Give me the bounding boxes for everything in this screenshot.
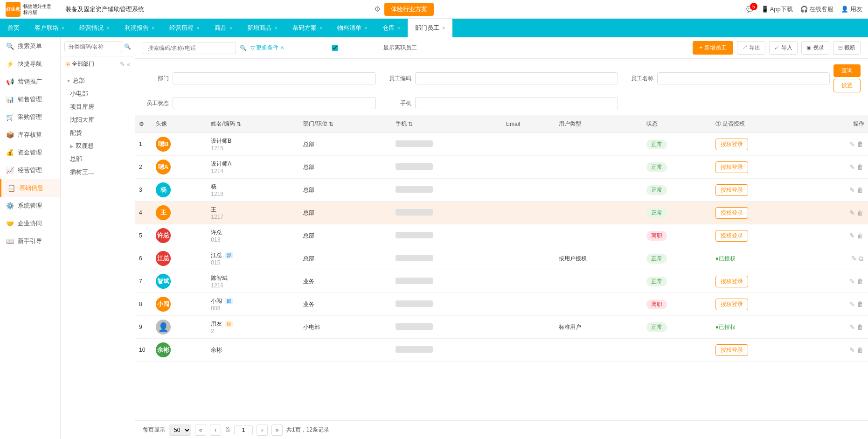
row-ops-10: ✎🗑 [811,339,868,362]
import-button[interactable]: ↙ 导入 [769,41,798,55]
query-button[interactable]: 查询 [833,64,861,77]
row-email-9 [502,316,555,339]
auth-btn-1[interactable]: 授权登录 [715,139,748,150]
sidebar-item-sales[interactable]: 📊 销售管理 [0,91,60,108]
delete-btn-8[interactable]: 🗑 [857,300,863,308]
edit-btn-2[interactable]: ✎ [849,163,855,171]
dept-node-xiaodiande[interactable]: 小电部 [61,87,135,100]
sidebar-item-inventory[interactable]: 📦 库存核算 [0,126,60,144]
tab-home[interactable]: 首页 [0,19,27,37]
row-no-9: 9 [135,316,152,339]
edit-btn-1[interactable]: ✎ [849,140,855,148]
edit-btn-8[interactable]: ✎ [849,300,855,308]
show-resigned-checkbox[interactable] [288,45,382,51]
delete-btn-10[interactable]: 🗑 [857,346,863,354]
view-button[interactable]: ◉ 视录 [801,41,829,55]
sidebar-item-basic[interactable]: 📋 基础信息 [0,179,60,197]
message-icon-wrap[interactable]: 💬 5 [746,6,754,13]
edit-btn-5[interactable]: ✎ [849,232,855,239]
phone-input[interactable] [415,97,618,109]
search-input[interactable] [143,42,236,54]
dept-node-zongbu-parent[interactable]: ▼ 总部 [61,74,135,87]
edit-btn-10[interactable]: ✎ [849,346,855,354]
delete-btn-9[interactable]: 🗑 [857,323,863,331]
auth-btn-7[interactable]: 授权登录 [715,276,748,287]
sidebar-item-system[interactable]: ⚙️ 系统管理 [0,197,60,215]
sidebar-item-collab[interactable]: 🤝 企业协同 [0,215,60,232]
last-page-btn[interactable]: » [271,425,283,436]
dept-search-input[interactable] [64,41,122,52]
th-settings[interactable]: ⚙ [135,115,152,133]
delete-btn-7[interactable]: 🗑 [857,278,863,285]
sidebar-item-guide[interactable]: 📖 新手引导 [0,232,60,250]
print-button[interactable]: ⊟ 截断 [833,41,861,55]
tab-profit[interactable]: 利润报告 × [117,19,162,37]
online-service-link[interactable]: 🎧 在线客服 [800,5,834,14]
tab-operation[interactable]: 经营情况 × [72,19,117,37]
sidebar-item-marketing[interactable]: 📢 营销推广 [0,73,60,91]
export-button[interactable]: ↗ 导出 [737,41,765,55]
set-button[interactable]: 设置 [833,79,861,92]
page-input[interactable] [234,425,253,435]
delete-btn-1[interactable]: 🗑 [857,140,863,148]
delete-btn-5[interactable]: 🗑 [857,232,863,239]
auth-btn-2[interactable]: 授权登录 [715,161,748,173]
trial-button[interactable]: 体验行业方案 [384,3,434,16]
more-conditions-link[interactable]: ▽ 更多条件 ∧ [250,44,285,52]
th-phone[interactable]: 手机 ⇅ [392,115,502,133]
auth-btn-8[interactable]: 授权登录 [715,299,748,310]
edit-btn-4[interactable]: ✎ [849,209,855,216]
row-phone-1 [392,133,502,156]
copy-btn-6[interactable]: ⧉ [859,255,863,262]
dept-node-chashuwang[interactable]: 插树王二 [61,166,135,179]
dept-collapse-icon[interactable]: « [127,61,130,68]
prev-page-btn[interactable]: ‹ [210,425,221,436]
dept-filter-select[interactable] [173,72,376,84]
dept-node-shenyang[interactable]: 沈阳大库 [61,113,135,126]
dept-node-peihuo[interactable]: 配货 [61,126,135,139]
dept-node-shuanglu[interactable]: ▶ 双鹿想 [61,139,135,153]
sidebar-item-ops[interactable]: 📈 经营管理 [0,161,60,179]
delete-btn-2[interactable]: 🗑 [857,163,863,171]
delete-btn-3[interactable]: 🗑 [857,186,863,194]
first-page-btn[interactable]: « [195,425,206,436]
auth-btn-5[interactable]: 授权登录 [715,230,748,242]
per-page-select[interactable]: 50 [169,425,191,436]
tab-department[interactable]: 部门员工 × [408,19,452,37]
tab-materials[interactable]: 物料清单 × [330,19,375,37]
edit-btn-7[interactable]: ✎ [849,278,855,285]
emp-code-input[interactable] [415,72,618,84]
gear-icon[interactable]: ⚙ [374,5,381,14]
emp-name-input[interactable] [657,72,830,84]
tab-customer[interactable]: 客户联络 × [27,19,72,37]
dept-search-icon[interactable]: 🔍 [124,43,131,50]
search-icon-btn[interactable]: 🔍 [240,45,247,51]
auth-btn-4[interactable]: 授权登录 [715,207,748,219]
next-page-btn[interactable]: › [257,425,268,436]
th-name[interactable]: 姓名/编码 ⇅ [207,115,299,133]
dept-node-project[interactable]: 项目库房 [61,100,135,113]
show-resigned-checkbox-wrap[interactable]: 显示离职员工 [288,44,417,52]
sidebar-item-purchase[interactable]: 🛒 采购管理 [0,108,60,126]
tab-history[interactable]: 经营历程 × [162,19,207,37]
user-avatar[interactable]: 👤 用友 [841,5,862,14]
tab-warehouse[interactable]: 仓库 × [375,19,408,37]
sidebar-item-shortcut[interactable]: ⚡ 快捷导航 [0,55,60,73]
th-dept[interactable]: 部门/职位 ⇅ [299,115,392,133]
add-employee-button[interactable]: + 新增员工 [693,41,733,55]
dept-node-zongbu[interactable]: 总部 [61,153,135,166]
edit-btn-3[interactable]: ✎ [849,186,855,194]
tab-goods[interactable]: 商品 × [207,19,240,37]
dept-edit-icon[interactable]: ✎ [120,61,125,68]
emp-status-select[interactable] [173,97,376,109]
auth-btn-10[interactable]: 授权登录 [715,344,748,356]
sidebar-item-finance[interactable]: 💰 资金管理 [0,144,60,161]
tab-new-goods[interactable]: 新增商品 × [240,19,285,37]
edit-btn-6[interactable]: ✎ [851,255,857,262]
delete-btn-4[interactable]: 🗑 [857,209,863,216]
edit-btn-9[interactable]: ✎ [849,323,855,331]
app-download-link[interactable]: 📱 App下载 [761,5,793,14]
tab-barcode[interactable]: 条码方案 × [285,19,330,37]
sidebar-item-search[interactable]: 🔍 搜索菜单 [0,37,60,55]
auth-btn-3[interactable]: 授权登录 [715,184,748,196]
